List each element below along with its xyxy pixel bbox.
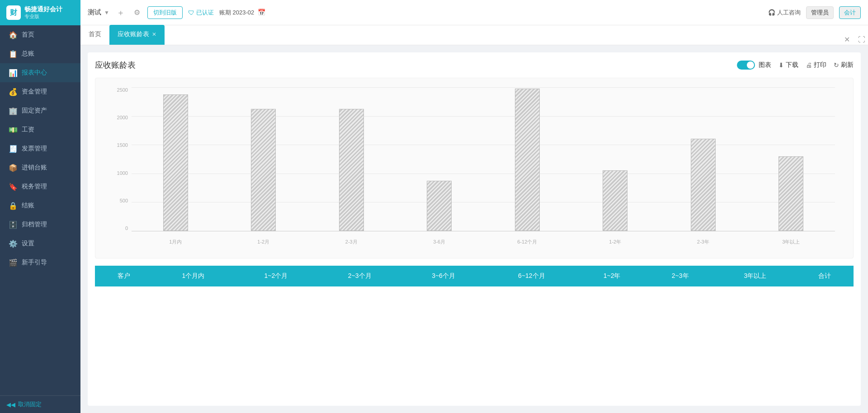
x-label-3-6月: 3-6月	[396, 239, 484, 245]
newbie-icon: 🎬	[9, 258, 17, 267]
aging-table: 客户 1个月内 1~2个月 2~3个月 3~6个月 6~12个月 1~2年 2~…	[95, 266, 854, 286]
shield-icon: 🛡	[188, 9, 194, 16]
sidebar-item-label-tax: 税务管理	[22, 183, 47, 191]
sidebar-item-reports[interactable]: 📊 报表中心	[0, 63, 80, 82]
th-2-3mo: 2~3个月	[318, 266, 401, 286]
th-total: 合计	[796, 266, 854, 286]
print-button[interactable]: 🖨 打印	[806, 61, 826, 69]
table-header: 客户 1个月内 1~2个月 2~3个月 3~6个月 6~12个月 1~2年 2~…	[95, 266, 854, 286]
sidebar-item-invoice[interactable]: 🧾 发票管理	[0, 139, 80, 158]
sidebar-item-fund[interactable]: 💰 资金管理	[0, 82, 80, 101]
bar-1月内	[163, 94, 188, 231]
invoice-icon: 🧾	[9, 145, 17, 153]
close-tab-icon[interactable]: ✕	[152, 31, 156, 38]
tab-ar-aging[interactable]: 应收账龄表 ✕	[109, 25, 165, 45]
tab-ar-aging-label: 应收账龄表	[118, 30, 149, 38]
sidebar-item-label-close: 结账	[22, 202, 34, 210]
th-6-12mo: 6~12个月	[486, 266, 578, 286]
x-label-3年以上: 3年以上	[747, 239, 835, 245]
sidebar-item-label-reports: 报表中心	[22, 69, 47, 77]
print-icon: 🖨	[806, 61, 812, 69]
settings-icon: ⚙️	[9, 239, 17, 248]
sidebar-item-payroll[interactable]: 💵 工资	[0, 120, 80, 139]
main-area: 测试 ▼ ＋ ⚙ 切到旧版 🛡 已认证 账期 2023-02 📅 🎧 人工咨询 …	[80, 0, 868, 413]
tab-home[interactable]: 首页	[80, 25, 109, 45]
topbar: 测试 ▼ ＋ ⚙ 切到旧版 🛡 已认证 账期 2023-02 📅 🎧 人工咨询 …	[80, 0, 868, 25]
bars-container	[132, 87, 835, 231]
bar-2-3年	[691, 139, 716, 231]
x-label-1-2年: 1-2年	[571, 239, 660, 245]
x-label-1月内: 1月内	[132, 239, 220, 245]
y-label-1500: 1500	[117, 142, 128, 148]
refresh-button[interactable]: ↻ 刷新	[834, 61, 854, 69]
fixed-assets-icon: 🏢	[9, 107, 17, 115]
th-3yr-plus: 3年以上	[714, 266, 796, 286]
toggle-knob	[747, 61, 754, 69]
th-customer: 客户	[95, 266, 152, 286]
sidebar-item-label-fixed-assets: 固定资产	[22, 107, 47, 115]
sidebar-item-settings[interactable]: ⚙️ 设置	[0, 234, 80, 253]
sidebar: 财 畅捷通好会计 专业版 🏠 首页 📋 总账 📊 报表中心 💰 资金管理 🏢 固…	[0, 0, 80, 413]
sidebar-item-sales[interactable]: 📦 进销台账	[0, 158, 80, 177]
chart-plot-area	[132, 87, 835, 231]
download-icon: ⬇	[778, 61, 784, 69]
home-icon: 🏠	[9, 31, 17, 39]
sidebar-unpin[interactable]: ◀◀ 取消固定	[0, 395, 80, 413]
close-icon: 🔒	[9, 202, 17, 210]
sidebar-item-label-invoice: 发票管理	[22, 145, 47, 153]
page-actions: 图表 ⬇ 下载 🖨 打印 ↻ 刷新	[737, 61, 854, 70]
y-label-1000: 1000	[117, 170, 128, 176]
sidebar-item-label-general-ledger: 总账	[22, 50, 34, 58]
sidebar-item-close[interactable]: 🔒 结账	[0, 196, 80, 215]
period-display: 账期 2023-02 📅	[219, 9, 265, 17]
refresh-icon: ↻	[834, 61, 839, 69]
page-title: 应收账龄表	[95, 60, 136, 70]
expand-icon[interactable]: ⛶	[855, 35, 868, 45]
role-button[interactable]: 会计	[839, 6, 861, 19]
sidebar-item-label-fund: 资金管理	[22, 88, 47, 96]
y-label-0: 0	[125, 225, 128, 231]
chart-toggle[interactable]	[737, 61, 755, 70]
chart-toggle-wrap: 图表	[737, 61, 771, 70]
bar-3年以上	[778, 156, 803, 231]
bar-1-2月	[251, 109, 276, 231]
old-version-button[interactable]: 切到旧版	[147, 6, 183, 19]
bar-2-3月	[339, 109, 364, 231]
support-button[interactable]: 🎧 人工咨询	[768, 9, 801, 17]
bar-6-12个月	[515, 89, 540, 231]
sidebar-item-fixed-assets[interactable]: 🏢 固定资产	[0, 101, 80, 120]
sidebar-item-label-newbie: 新手引导	[22, 258, 47, 267]
th-1mo: 1个月内	[152, 266, 234, 286]
y-label-2500: 2500	[117, 87, 128, 93]
x-label-2-3年: 2-3年	[659, 239, 747, 245]
th-1-2yr: 1~2年	[578, 266, 646, 286]
y-label-500: 500	[120, 198, 128, 203]
download-button[interactable]: ⬇ 下载	[778, 61, 798, 69]
calendar-icon[interactable]: 📅	[258, 9, 265, 16]
admin-button[interactable]: 管理员	[806, 6, 834, 19]
headset-icon: 🎧	[768, 9, 775, 16]
sidebar-item-label-sales: 进销台账	[22, 164, 47, 172]
x-label-6-12个月: 6-12个月	[483, 239, 571, 245]
project-selector[interactable]: 测试 ▼	[88, 8, 109, 17]
fund-icon: 💰	[9, 88, 17, 96]
sidebar-item-home[interactable]: 🏠 首页	[0, 25, 80, 44]
th-1-2mo: 1~2个月	[234, 266, 318, 286]
add-icon[interactable]: ＋	[115, 5, 127, 20]
gear-icon[interactable]: ⚙	[132, 6, 142, 19]
window-controls: ✕ ⛶	[841, 34, 868, 45]
tax-icon: 🔖	[9, 183, 17, 191]
sidebar-item-general-ledger[interactable]: 📋 总账	[0, 44, 80, 63]
reports-icon: 📊	[9, 69, 17, 77]
tab-home-label: 首页	[89, 30, 101, 38]
archive-icon: 🗄️	[9, 221, 17, 229]
toggle-label: 图表	[759, 61, 771, 69]
content-panel: 应收账龄表 图表 ⬇ 下载 🖨 打印	[88, 52, 861, 406]
content-area: 应收账龄表 图表 ⬇ 下载 🖨 打印	[80, 45, 868, 413]
sidebar-item-tax[interactable]: 🔖 税务管理	[0, 177, 80, 196]
close-window-icon[interactable]: ✕	[841, 34, 853, 45]
sidebar-item-archive[interactable]: 🗄️ 归档管理	[0, 215, 80, 234]
sidebar-item-newbie[interactable]: 🎬 新手引导	[0, 253, 80, 272]
tabbar: 首页 应收账龄表 ✕ ✕ ⛶	[80, 25, 868, 45]
y-label-2000: 2000	[117, 115, 128, 120]
